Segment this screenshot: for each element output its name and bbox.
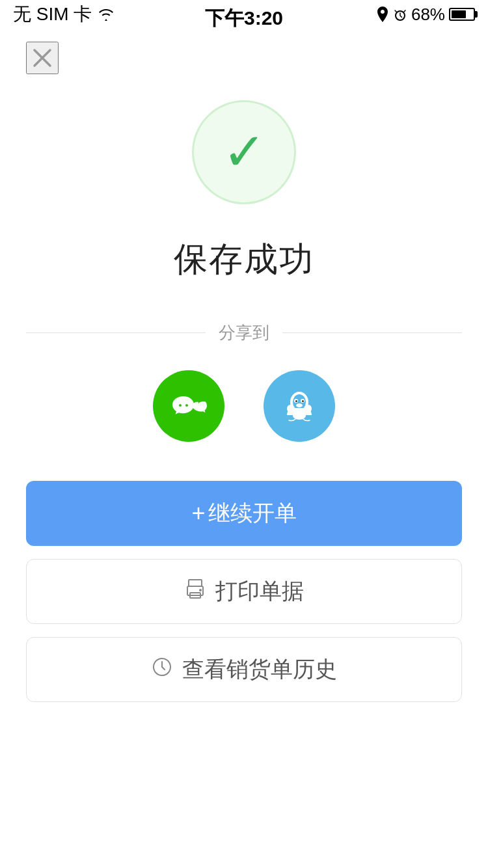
svg-point-17	[199, 589, 202, 591]
share-label: 分享到	[206, 321, 282, 344]
checkmark-icon: ✓	[223, 126, 266, 178]
alarm-icon	[393, 7, 407, 21]
status-bar: 无 SIM 卡 下午3:20 68%	[0, 0, 488, 29]
close-button[interactable]	[26, 42, 59, 74]
battery-percent: 68%	[411, 5, 445, 25]
continue-button[interactable]: + 继续开单	[26, 481, 462, 546]
main-content: ✓ 保存成功 分享到	[0, 29, 488, 741]
svg-point-8	[295, 400, 297, 402]
continue-label: 继续开单	[208, 498, 297, 528]
svg-point-9	[302, 400, 304, 402]
print-button[interactable]: 打印单据	[26, 559, 462, 624]
print-icon	[184, 578, 206, 605]
svg-point-11	[287, 405, 293, 413]
wifi-icon	[97, 7, 115, 21]
svg-point-12	[305, 405, 312, 413]
svg-rect-14	[189, 580, 202, 586]
wechat-share-button[interactable]	[153, 370, 224, 442]
qq-share-button[interactable]	[264, 370, 335, 442]
location-icon	[376, 7, 389, 22]
print-label: 打印单据	[215, 576, 304, 606]
time-display: 下午3:20	[205, 5, 283, 32]
history-label: 查看销货单历史	[182, 655, 337, 685]
success-title: 保存成功	[174, 237, 314, 282]
battery-indicator	[449, 8, 475, 21]
svg-point-10	[296, 403, 303, 407]
history-icon	[151, 656, 173, 683]
success-icon-circle: ✓	[192, 100, 296, 204]
share-divider: 分享到	[26, 321, 462, 344]
status-left: 无 SIM 卡	[13, 2, 115, 27]
continue-icon: +	[191, 500, 205, 527]
svg-point-13	[293, 412, 306, 420]
carrier-text: 无 SIM 卡	[13, 2, 92, 27]
history-button[interactable]: 查看销货单历史	[26, 637, 462, 702]
status-right: 68%	[376, 5, 475, 25]
share-section: 分享到	[26, 321, 462, 442]
action-buttons: + 继续开单 打印单据 查看销货单历史	[26, 481, 462, 702]
share-icons-row	[26, 370, 462, 442]
